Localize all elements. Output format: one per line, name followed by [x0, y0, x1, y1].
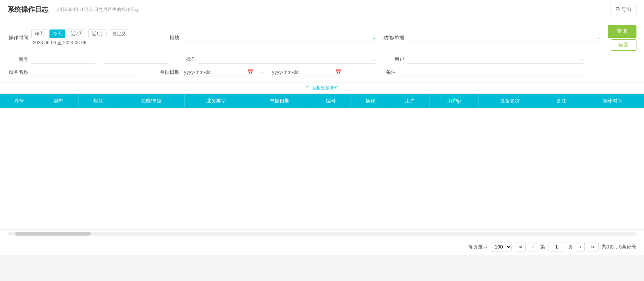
date-start-input[interactable] [184, 69, 247, 75]
page-summary: 共0页，0条记录 [602, 244, 636, 250]
device-input[interactable] [31, 68, 137, 76]
data-table: 序号类型模块功能/单据业务类型单据日期编号操作用户用户ip设备名称备注操作时间 [0, 94, 644, 108]
num-label: 编号 [8, 56, 28, 63]
func-select[interactable] [407, 35, 595, 40]
page-text-label: 第 [540, 244, 545, 250]
num-start-input[interactable] [31, 55, 95, 64]
page-size-select[interactable]: 100 50 200 [491, 242, 512, 252]
export-label: 导出 [622, 6, 632, 13]
date-dash: — [260, 70, 265, 75]
voucher-date-label: 单据日期 [159, 69, 179, 76]
action-buttons: 查询 设置 [608, 25, 636, 51]
page-number-input[interactable] [548, 242, 565, 252]
empty-area [0, 108, 644, 229]
table-header-cell: 编号 [311, 94, 351, 108]
table-header-cell: 备注 [542, 94, 581, 108]
func-label: 功能/单据 [383, 34, 405, 41]
table-header-cell: 用户ip [429, 94, 478, 108]
user-label: 用户 [383, 56, 404, 63]
table-header-cell: 业务类型 [185, 94, 248, 108]
export-button[interactable]: 🖹 导出 [610, 4, 636, 15]
export-icon: 🖹 [615, 6, 620, 12]
user-chevron-icon: ⌄ [580, 57, 584, 62]
remark-label: 备注 [375, 69, 396, 76]
yesterday-btn[interactable]: 昨天 [31, 29, 47, 38]
custom-btn[interactable]: 自定义 [109, 29, 129, 38]
per-page-label: 每页显示 [468, 244, 488, 250]
calendar-start-icon[interactable]: 📅 [247, 69, 253, 75]
last1month-btn[interactable]: 近1月 [88, 29, 107, 38]
num-end-input[interactable] [104, 55, 168, 64]
table-header-cell: 功能/单据 [118, 94, 184, 108]
table-header-cell: 用户 [390, 94, 429, 108]
last-page-btn[interactable]: ⊳ [588, 242, 599, 252]
table-header-cell: 序号 [0, 94, 39, 108]
module-select[interactable] [182, 35, 371, 40]
date-range-display: 2023-06-06 至 2023-06-06 [33, 40, 129, 46]
table-header-cell: 操作时间 [581, 94, 644, 108]
page-header: 系统操作日志 支持2020年10月31日之后产生的操作日志 🖹 导出 [0, 0, 644, 19]
filter-area: 操作时间 昨天 今天 近7天 近1月 自定义 2023-06-06 至 2023… [0, 19, 644, 82]
today-btn[interactable]: 今天 [49, 29, 65, 38]
page-suffix-label: 页 [568, 244, 573, 250]
scrollbar-area [0, 229, 644, 238]
collapse-label: 收起更多条件 [312, 85, 339, 90]
table-header-cell: 单据日期 [248, 94, 311, 108]
date-end-input[interactable] [272, 69, 335, 75]
op-select[interactable] [199, 56, 371, 62]
device-label: 设备名称 [8, 69, 28, 76]
scrollbar-thumb[interactable] [15, 232, 91, 236]
module-chevron-icon: ⌄ [372, 35, 376, 40]
page-subtitle: 支持2020年10月31日之后产生的操作日志 [56, 6, 139, 13]
table-header-cell: 类型 [39, 94, 78, 108]
table-header-cell: 模块 [79, 94, 118, 108]
num-dash: — [97, 57, 102, 62]
remark-input[interactable] [399, 68, 584, 76]
table-header: 序号类型模块功能/单据业务类型单据日期编号操作用户用户ip设备名称备注操作时间 [0, 94, 644, 108]
collapse-bar[interactable]: ⌃ 收起更多条件 [0, 82, 644, 94]
first-page-btn[interactable]: ⊲ [515, 242, 526, 252]
op-label: 操作 [175, 56, 196, 63]
user-select[interactable] [407, 56, 579, 62]
op-chevron-icon: ⌄ [372, 57, 376, 62]
table-header-cell: 操作 [351, 94, 390, 108]
func-chevron-icon: ⌄ [597, 35, 600, 40]
pagination-bar: 每页显示 100 50 200 ⊲ ‹ 第 页 › ⊳ 共0页，0条记录 [0, 238, 644, 255]
prev-page-btn[interactable]: ‹ [529, 242, 537, 252]
settings-button[interactable]: 设置 [611, 39, 636, 51]
next-page-btn[interactable]: › [576, 242, 584, 252]
table-header-cell: 设备名称 [478, 94, 542, 108]
collapse-icon: ⌃ [305, 85, 309, 90]
table-area: 序号类型模块功能/单据业务类型单据日期编号操作用户用户ip设备名称备注操作时间 [0, 94, 644, 229]
last7days-btn[interactable]: 近7天 [68, 29, 86, 38]
calendar-end-icon[interactable]: 📅 [335, 69, 341, 75]
horizontal-scrollbar[interactable] [8, 232, 636, 236]
page-title: 系统操作日志 [8, 5, 48, 14]
module-label: 模块 [159, 34, 179, 41]
query-button[interactable]: 查询 [608, 25, 636, 38]
time-label: 操作时间 [8, 34, 28, 41]
